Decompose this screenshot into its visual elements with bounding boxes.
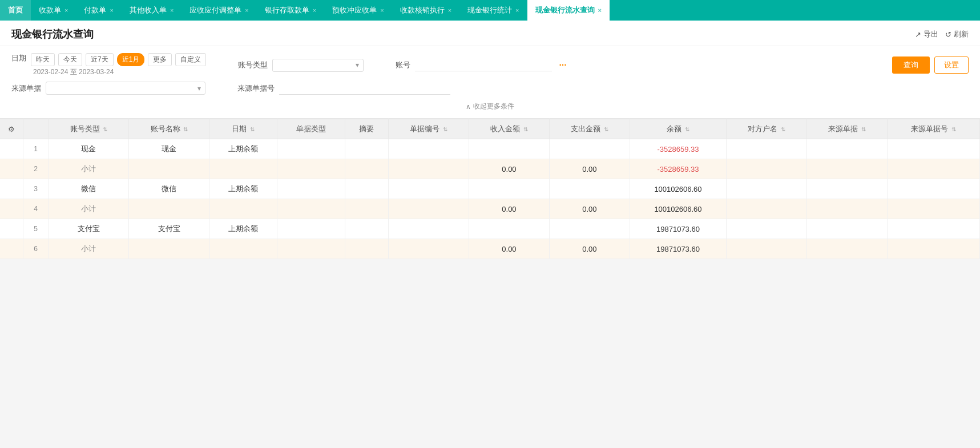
cell-rownum: 4 — [23, 199, 49, 219]
cell-source-doc-no — [887, 219, 979, 239]
cell-source-doc — [807, 159, 888, 179]
th-summary: 摘要 — [345, 119, 388, 139]
cell-gear — [0, 199, 23, 219]
cell-date: 上期余额 — [209, 139, 277, 159]
cell-balance: 100102606.60 — [630, 179, 726, 199]
th-source-doc[interactable]: 来源单据 ⇅ — [807, 119, 888, 139]
refresh-button[interactable]: ↺ 刷新 — [945, 29, 969, 39]
cell-income: 0.00 — [469, 199, 550, 219]
th-gear[interactable]: ⚙ — [0, 119, 23, 139]
cell-account-type: 现金 — [49, 139, 129, 159]
date-btn-today[interactable]: 今天 — [58, 53, 82, 66]
table-row[interactable]: 6 小计 0.00 0.00 19871073.60 — [0, 239, 980, 259]
cell-doc-no — [389, 199, 469, 219]
close-icon[interactable]: × — [110, 7, 113, 14]
filter-area: 日期 昨天 今天 近7天 近1月 更多 自定义 2023-02-24 至 202… — [0, 46, 980, 119]
table-row[interactable]: 1 现金 现金 上期余额 -3528659.33 — [0, 139, 980, 159]
source-doc-no-input[interactable] — [279, 82, 450, 95]
close-icon[interactable]: × — [515, 7, 519, 14]
nav-item-ar-ap-adjust[interactable]: 应收应付调整单 × — [182, 0, 256, 21]
cell-account-type: 小计 — [49, 239, 129, 259]
table-row[interactable]: 5 支付宝 支付宝 上期余额 19871073.60 — [0, 219, 980, 239]
cell-expense — [549, 179, 630, 199]
nav-item-advance-offset[interactable]: 预收冲应收单 × — [324, 0, 392, 21]
nav-item-bank-deposit[interactable]: 银行存取款单 × — [257, 0, 324, 21]
cell-source-doc — [807, 139, 888, 159]
nav-item-cash-bank-flow[interactable]: 现金银行流水查询 × — [527, 0, 610, 21]
nav-item-home[interactable]: 首页 — [0, 0, 31, 21]
th-doc-no[interactable]: 单据编号 ⇅ — [389, 119, 469, 139]
cell-doc-no — [389, 219, 469, 239]
cell-date — [209, 239, 277, 259]
th-income[interactable]: 收入金额 ⇅ — [469, 119, 550, 139]
table-row[interactable]: 2 小计 0.00 0.00 -3528659.33 — [0, 159, 980, 179]
close-icon[interactable]: × — [170, 7, 174, 14]
action-buttons: 查询 设置 — [892, 56, 969, 74]
th-doc-type: 单据类型 — [277, 119, 345, 139]
table-area: ⚙ 账号类型 ⇅ 账号名称 ⇅ 日期 ⇅ 单据类型 摘要 单据编号 ⇅ 收入金额… — [0, 119, 980, 259]
nav-item-cash-bank-stat[interactable]: 现金银行统计 × — [459, 0, 527, 21]
nav-item-other-income[interactable]: 其他收入单 × — [122, 0, 182, 21]
cell-rownum: 5 — [23, 219, 49, 239]
cell-summary — [345, 159, 388, 179]
date-btn-more[interactable]: 更多 — [148, 53, 172, 66]
date-btn-1month[interactable]: 近1月 — [117, 53, 145, 66]
cell-counterpart — [727, 239, 807, 259]
cell-doc-type — [277, 199, 345, 219]
cell-income — [469, 139, 550, 159]
th-date[interactable]: 日期 ⇅ — [209, 119, 277, 139]
cell-source-doc-no — [887, 179, 979, 199]
filter-row-1: 日期 昨天 今天 近7天 近1月 更多 自定义 2023-02-24 至 202… — [11, 53, 969, 77]
query-button[interactable]: 查询 — [892, 56, 930, 74]
source-doc-label: 来源单据 — [11, 83, 41, 94]
cell-gear — [0, 239, 23, 259]
cell-balance: 19871073.60 — [630, 219, 726, 239]
export-button[interactable]: ↗ 导出 — [915, 29, 938, 39]
data-table: ⚙ 账号类型 ⇅ 账号名称 ⇅ 日期 ⇅ 单据类型 摘要 单据编号 ⇅ 收入金额… — [0, 119, 980, 259]
dots-button[interactable]: ··· — [556, 60, 568, 70]
close-icon[interactable]: × — [598, 7, 602, 14]
nav-item-payments[interactable]: 付款单 × — [76, 0, 121, 21]
th-source-doc-no[interactable]: 来源单据号 ⇅ — [887, 119, 979, 139]
nav-item-collect-verify[interactable]: 收款核销执行 × — [392, 0, 459, 21]
date-btn-yesterday[interactable]: 昨天 — [31, 53, 55, 66]
th-counterpart[interactable]: 对方户名 ⇅ — [727, 119, 807, 139]
close-icon[interactable]: × — [313, 7, 316, 14]
cell-account-type: 支付宝 — [49, 219, 129, 239]
table-row[interactable]: 3 微信 微信 上期余额 100102606.60 — [0, 179, 980, 199]
date-range-display: 2023-02-24 至 2023-03-24 — [33, 67, 206, 77]
account-input[interactable] — [415, 59, 552, 71]
th-balance[interactable]: 余额 ⇅ — [630, 119, 726, 139]
settings-button[interactable]: 设置 — [934, 56, 969, 74]
cell-counterpart — [727, 179, 807, 199]
date-label: 日期 — [11, 53, 26, 63]
date-btn-custom[interactable]: 自定义 — [175, 53, 206, 66]
source-doc-no-label: 来源单据号 — [237, 83, 275, 94]
th-account-name[interactable]: 账号名称 ⇅ — [129, 119, 209, 139]
date-btn-7days[interactable]: 近7天 — [86, 53, 114, 66]
cell-counterpart — [727, 139, 807, 159]
th-expense[interactable]: 支出金额 ⇅ — [549, 119, 630, 139]
cell-summary — [345, 239, 388, 259]
close-icon[interactable]: × — [380, 7, 384, 14]
close-icon[interactable]: × — [245, 7, 248, 14]
cell-summary — [345, 139, 388, 159]
th-account-type[interactable]: 账号类型 ⇅ — [49, 119, 129, 139]
source-doc-select[interactable] — [46, 82, 205, 95]
close-icon[interactable]: × — [448, 7, 451, 14]
cell-gear — [0, 179, 23, 199]
cell-doc-no — [389, 159, 469, 179]
table-row[interactable]: 4 小计 0.00 0.00 100102606.60 — [0, 199, 980, 219]
collapse-bar[interactable]: ∧ 收起更多条件 — [11, 99, 969, 111]
close-icon[interactable]: × — [64, 7, 68, 14]
cell-source-doc — [807, 219, 888, 239]
cell-rownum: 3 — [23, 179, 49, 199]
cell-account-name — [129, 239, 209, 259]
cell-expense: 0.00 — [549, 239, 630, 259]
cell-rownum: 2 — [23, 159, 49, 179]
nav-item-receipts[interactable]: 收款单 × — [31, 0, 76, 21]
account-type-select-wrapper: 现金 微信 支付宝 — [272, 59, 364, 72]
account-type-select[interactable]: 现金 微信 支付宝 — [272, 59, 364, 72]
source-doc-no-group: 来源单据号 — [237, 82, 450, 95]
cell-expense: 0.00 — [549, 159, 630, 179]
